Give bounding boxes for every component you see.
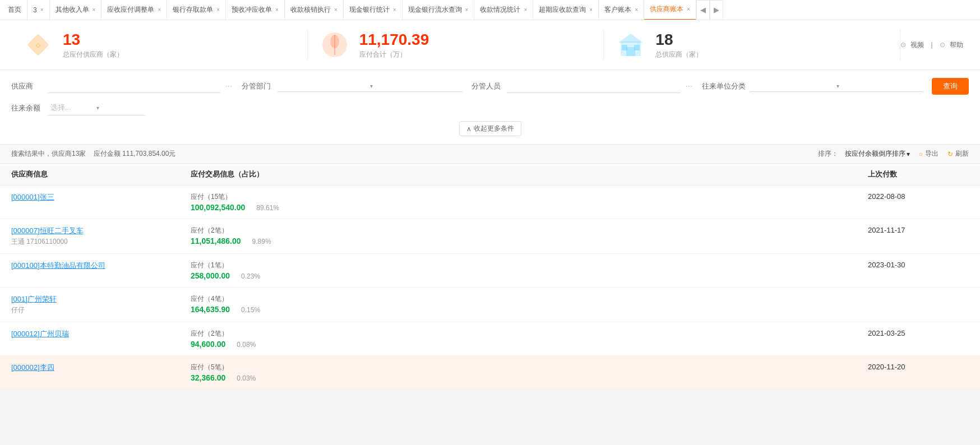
- table-row[interactable]: [000002]李四 应付（5笔） 32,366.00 0.03% 2020-1…: [0, 356, 980, 390]
- close-icon[interactable]: ×: [635, 7, 638, 13]
- supplier-dots-icon[interactable]: ···: [225, 81, 232, 91]
- supplier-name-link[interactable]: [001]广州荣轩: [11, 294, 191, 304]
- close-icon[interactable]: ×: [589, 7, 593, 13]
- dept-label: 分管部门: [242, 81, 273, 91]
- nav-tab-bank-deposit[interactable]: 银行存取款单 ×: [167, 0, 226, 20]
- nav-tab-customer-ledger-label: 客户账本: [604, 5, 631, 15]
- nav-tab-prepay[interactable]: 预收冲应收单 ×: [226, 0, 285, 20]
- table-row[interactable]: [000012]广州贝瑞 应付（2笔） 94,600.00 0.08% 2021…: [0, 322, 980, 356]
- supplier-info-cell: [000007]恒旺二手叉车 王通 17106110000: [11, 226, 191, 247]
- nav-next-arrow[interactable]: ▶: [710, 0, 723, 20]
- result-info-text: 搜索结果中，供应商13家: [11, 150, 86, 157]
- balance-field: 往来余额 选择... ▾: [11, 100, 146, 115]
- nav-tab-receipt-stat[interactable]: 收款情况统计 ×: [474, 0, 533, 20]
- table-row[interactable]: [000100]本特勤油品有限公司 应付（1笔） 258,000.00 0.23…: [0, 254, 980, 288]
- close-icon[interactable]: ×: [524, 7, 527, 13]
- refresh-action[interactable]: ↻ 刷新: [947, 149, 969, 159]
- close-icon[interactable]: ×: [275, 7, 279, 13]
- supplier-name-link[interactable]: [000002]李四: [11, 363, 191, 373]
- nav-tab-supplier-ledger-label: 供应商账本: [650, 4, 683, 14]
- nav-tab-supplier-ledger[interactable]: 供应商账本 ×: [644, 0, 696, 20]
- nav-tab-cash-flow[interactable]: 现金银行流水查询 ×: [403, 0, 475, 20]
- nav-tab-customer-ledger[interactable]: 客户账本 ×: [599, 0, 644, 20]
- nav-tab-overdue[interactable]: 超期应收款查询 ×: [533, 0, 599, 20]
- nav-tab-adjustment[interactable]: 应收应付调整单 ×: [101, 0, 167, 20]
- nav-prev-arrow[interactable]: ◀: [696, 0, 710, 20]
- close-icon[interactable]: ×: [93, 7, 96, 13]
- summary-card-total-suppliers: 18 总供应商（家）: [604, 29, 900, 61]
- summary-label-total-suppliers: 总供应商（家）: [655, 50, 702, 59]
- video-link[interactable]: 视频: [910, 40, 924, 50]
- close-icon[interactable]: ×: [465, 7, 469, 13]
- transaction-amount: 94,600.00: [191, 340, 225, 349]
- query-button[interactable]: 查询: [932, 78, 969, 95]
- refresh-circle-icon: ○: [919, 150, 923, 158]
- supplier-info-cell: [000001]张三: [11, 192, 191, 202]
- dept-select[interactable]: ▾: [278, 81, 463, 92]
- lastpay-cell: 2021-03-25: [868, 329, 969, 337]
- supplier-info-cell: [000100]本特勤油品有限公司: [11, 261, 191, 271]
- table-header: 供应商信息 应付交易信息（占比） 上次付数: [0, 164, 980, 186]
- supplier-label: 供应商: [11, 81, 43, 91]
- export-action[interactable]: ○ 导出: [919, 149, 939, 159]
- nav-tab-3-label: 3: [33, 6, 37, 14]
- supplier-name-link[interactable]: [000100]本特勤油品有限公司: [11, 261, 191, 271]
- collapse-btn-label: 收起更多条件: [474, 124, 514, 133]
- collapse-button[interactable]: ∧ 收起更多条件: [459, 121, 521, 136]
- category-field: 往来单位分类 ▾: [702, 81, 923, 92]
- column-transaction-header: 应付交易信息（占比）: [191, 169, 868, 179]
- nav-tab-receipt-exec-label: 收款核销执行: [290, 5, 331, 15]
- category-label: 往来单位分类: [702, 81, 746, 91]
- transaction-pct: 9.89%: [252, 238, 271, 245]
- transaction-cell: 应付（15笔） 100,092,540.00 89.61%: [191, 192, 868, 212]
- summary-value-payable-total: 11,170.39: [359, 30, 429, 49]
- export-label: 导出: [925, 149, 939, 159]
- close-icon[interactable]: ×: [393, 7, 396, 13]
- person-dots-icon[interactable]: ···: [685, 81, 692, 91]
- sort-value[interactable]: 按应付余额倒序排序 ▾: [845, 149, 910, 159]
- column-supplier-header: 供应商信息: [11, 169, 191, 179]
- table-row[interactable]: [000007]恒旺二手叉车 王通 17106110000 应付（2笔） 11,…: [0, 219, 980, 254]
- nav-tab-home[interactable]: 首页: [2, 0, 27, 20]
- nav-tab-3[interactable]: 3 ×: [27, 0, 50, 20]
- supplier-input[interactable]: [47, 80, 220, 93]
- table-row[interactable]: [000001]张三 应付（15笔） 100,092,540.00 89.61%…: [0, 186, 980, 219]
- table-body: [000001]张三 应付（15笔） 100,092,540.00 89.61%…: [0, 186, 980, 390]
- sort-value-text: 按应付余额倒序排序: [845, 149, 905, 159]
- nav-tab-receipt-exec[interactable]: 收款核销执行 ×: [285, 0, 344, 20]
- category-select[interactable]: ▾: [750, 81, 923, 92]
- balance-select[interactable]: 选择... ▾: [47, 100, 146, 115]
- table-section: 供应商信息 应付交易信息（占比） 上次付数 [000001]张三 应付（15笔）…: [0, 164, 980, 390]
- nav-tab-bank-deposit-label: 银行存取款单: [173, 5, 213, 15]
- transaction-label: 应付（1笔）: [191, 261, 868, 270]
- circle-icon-help: ⊙: [940, 41, 945, 49]
- supplier-name-link[interactable]: [000001]张三: [11, 192, 191, 202]
- supplier-info-cell: [000002]李四: [11, 363, 191, 373]
- close-icon[interactable]: ×: [40, 7, 44, 13]
- balance-label: 往来余额: [11, 103, 43, 113]
- table-row[interactable]: [001]广州荣轩 仔仔 应付（4笔） 164,635.90 0.15%: [0, 288, 980, 322]
- transaction-label: 应付（2笔）: [191, 329, 868, 339]
- transaction-cell: 应付（1笔） 258,000.00 0.23%: [191, 261, 868, 280]
- close-icon[interactable]: ×: [334, 7, 338, 13]
- nav-tab-cash-stat-label: 现金银行统计: [349, 5, 390, 15]
- search-row-2: 往来余额 选择... ▾: [11, 100, 969, 115]
- close-icon[interactable]: ×: [158, 7, 161, 13]
- help-link[interactable]: 帮助: [950, 40, 963, 50]
- nav-tab-other-income[interactable]: 其他收入单 ×: [50, 0, 102, 20]
- nav-tab-cash-stat[interactable]: 现金银行统计 ×: [344, 0, 403, 20]
- transaction-label: 应付（15笔）: [191, 192, 868, 202]
- transaction-amount: 11,051,486.00: [191, 237, 241, 245]
- close-icon[interactable]: ×: [216, 7, 220, 13]
- summary-value-payable-suppliers: 13: [63, 30, 123, 49]
- result-bar: 搜索结果中，供应商13家 应付金额 111,703,854.00元 排序： 按应…: [0, 145, 980, 164]
- supplier-name-link[interactable]: [000007]恒旺二手叉车: [11, 226, 191, 236]
- person-input[interactable]: [507, 80, 681, 93]
- transaction-pct: 89.61%: [256, 204, 279, 212]
- transaction-amount: 164,635.90: [191, 305, 230, 314]
- search-row-1: 供应商 ··· 分管部门 ▾ 分管人员 ··· 往来单位分类 ▾ 查询: [11, 78, 969, 95]
- supplier-name-link[interactable]: [000012]广州贝瑞: [11, 329, 191, 339]
- close-icon[interactable]: ×: [687, 6, 690, 12]
- svg-rect-9: [634, 45, 640, 50]
- nav-tab-cash-flow-label: 现金银行流水查询: [408, 5, 462, 15]
